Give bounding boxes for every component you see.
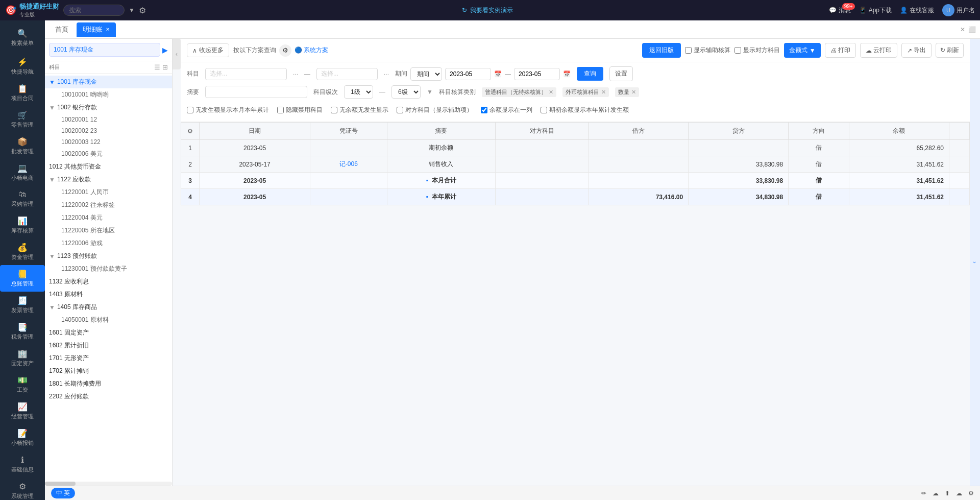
option-2-check[interactable]	[331, 107, 337, 113]
lang-switch-btn[interactable]: 中 英	[51, 488, 75, 498]
amount-format-btn[interactable]: 金额式 ▼	[784, 43, 821, 58]
tree-item-1122[interactable]: ▼ 1122 应收款	[45, 173, 172, 186]
app-download-btn[interactable]: 📱 App下载	[859, 6, 892, 15]
panel-collapse-btn[interactable]: ‹	[173, 39, 181, 69]
tree-item-11220001[interactable]: 11220001 人民币	[45, 186, 172, 199]
tree-item-1405[interactable]: ▼ 1405 库存商品	[45, 301, 172, 314]
settings-top-icon[interactable]: ⚙	[139, 6, 146, 15]
tree-item-10020002[interactable]: 10020002 23	[45, 125, 172, 136]
sidebar-item-report[interactable]: 📝 小畅报销	[0, 424, 45, 451]
tree-item-1702[interactable]: 1702 累计摊销	[45, 365, 172, 377]
demo-link[interactable]: 我要看实例演示	[470, 6, 513, 15]
tree-item-1801[interactable]: 1801 长期待摊费用	[45, 377, 172, 390]
tag-0-remove[interactable]: ✕	[549, 89, 553, 96]
user-btn[interactable]: U 用户名	[942, 4, 975, 16]
right-expand-panel[interactable]: ›	[970, 39, 980, 486]
level-from-select[interactable]: 1级	[344, 85, 373, 99]
calendar-start-icon[interactable]: 📅	[494, 70, 502, 78]
sidebar-item-ecommerce[interactable]: 💻 小畅电商	[0, 159, 45, 186]
option-3-check[interactable]	[397, 107, 403, 113]
tree-item-1132[interactable]: 1132 应收利息	[45, 275, 172, 288]
table-settings-icon[interactable]: ⚙	[187, 128, 193, 135]
query-btn[interactable]: 查询	[577, 67, 603, 81]
sidebar-item-project[interactable]: 📋 项目合同	[0, 80, 45, 106]
expand-more-btn[interactable]: ∧ 收起更多	[187, 43, 229, 57]
sync-bottom-icon[interactable]: ☁	[956, 490, 962, 497]
sidebar-item-purchase[interactable]: 🛍 采购管理	[0, 186, 45, 212]
sidebar-item-salary[interactable]: 💵 工资	[0, 371, 45, 398]
tree-item-10010001[interactable]: 10010001 哟哟哟	[45, 88, 172, 101]
notification-btn[interactable]: 💬 消息 99+	[829, 6, 851, 15]
sidebar-item-invoice[interactable]: 🧾 发票管理	[0, 292, 45, 318]
cloud-bottom-icon[interactable]: ☁	[933, 490, 939, 497]
tag-1-remove[interactable]: ✕	[601, 89, 606, 96]
start-period-input[interactable]	[445, 68, 491, 80]
filter-settings-btn[interactable]: 设置	[609, 66, 633, 81]
voucher-link[interactable]: 记-006	[339, 160, 358, 168]
tree-item-1123[interactable]: ▼ 1123 预付账款	[45, 250, 172, 263]
sidebar-item-wholesale[interactable]: 📦 批发管理	[0, 133, 45, 159]
list-icon[interactable]: ☰	[154, 63, 160, 71]
end-period-input[interactable]	[514, 68, 560, 80]
tree-item-1002[interactable]: ▼ 1002 银行存款	[45, 101, 172, 114]
tab-ledger-detail[interactable]: 明细账 ✕	[77, 22, 116, 37]
tree-item-10020006[interactable]: 10020006 美元	[45, 148, 172, 160]
sidebar-item-basic[interactable]: ℹ 基础信息	[0, 451, 45, 478]
tree-item-1601[interactable]: 1601 固定资产	[45, 326, 172, 339]
tree-item-2202[interactable]: 2202 应付账款	[45, 390, 172, 403]
summary-input[interactable]	[205, 86, 307, 98]
tree-item-11220004[interactable]: 11220004 美元	[45, 211, 172, 224]
tree-item-11220002[interactable]: 11220002 往来标签	[45, 199, 172, 211]
subject-end-input[interactable]	[316, 68, 378, 80]
sidebar-item-tax[interactable]: 📑 税务管理	[0, 318, 45, 345]
tree-item-1001[interactable]: ▼ 1001 库存现金	[45, 76, 172, 88]
sidebar-item-system[interactable]: ⚙ 系统管理	[0, 478, 45, 500]
refresh-btn[interactable]: ↻ 刷新	[936, 43, 964, 58]
sidebar-item-search[interactable]: 🔍 搜索菜单	[0, 25, 45, 51]
tree-item-11220006[interactable]: 11220006 游戏	[45, 237, 172, 250]
tree-item-11230001[interactable]: 11230001 预付款款黄子	[45, 263, 172, 275]
tree-item-1012[interactable]: 1012 其他货币资金	[45, 160, 172, 173]
expand-tree-icon[interactable]: ⊞	[162, 63, 168, 71]
sidebar-item-quick[interactable]: ⚡ 快捷导航	[0, 53, 45, 80]
upload-bottom-icon[interactable]: ⬆	[945, 490, 950, 497]
global-search-input[interactable]	[63, 5, 125, 16]
sidebar-item-assets[interactable]: 🏢 固定资产	[0, 345, 45, 371]
print-btn[interactable]: 🖨 打印	[825, 43, 856, 58]
sidebar-item-ledger[interactable]: 📒 总账管理	[0, 265, 45, 292]
online-service-btn[interactable]: 👤 在线客服	[900, 6, 934, 15]
sidebar-item-retail[interactable]: 🛒 零售管理	[0, 106, 45, 133]
helper-checkbox[interactable]	[685, 47, 692, 54]
tab-close-icon[interactable]: ✕	[106, 27, 110, 32]
edit-bottom-icon[interactable]: ✏	[921, 490, 926, 497]
maximize-btn[interactable]: ⬜	[968, 26, 976, 33]
tree-item-1602[interactable]: 1602 累计折旧	[45, 339, 172, 352]
option-1-check[interactable]	[277, 107, 284, 113]
opposite-checkbox[interactable]	[734, 47, 741, 54]
sidebar-item-finance[interactable]: 💰 资金管理	[0, 239, 45, 265]
tree-item-10020003[interactable]: 10020003 122	[45, 136, 172, 148]
sidebar-item-ops[interactable]: 📈 经营管理	[0, 398, 45, 424]
tree-item-14050001[interactable]: 14050001 原材料	[45, 314, 172, 326]
back-old-version-btn[interactable]: 退回旧版	[642, 43, 681, 58]
level-to-select[interactable]: 6级	[391, 85, 421, 99]
cloud-print-btn[interactable]: ☁ 云打印	[860, 43, 897, 58]
period-type-select[interactable]: 期间	[410, 67, 442, 81]
option-5-check[interactable]	[541, 107, 547, 113]
tree-scroll-track[interactable]	[45, 482, 172, 486]
plan-btn[interactable]: 🔵 系统方案	[295, 46, 328, 55]
tab-home[interactable]: 首页	[49, 22, 75, 37]
option-4-check[interactable]	[481, 107, 487, 113]
tree-item-1403[interactable]: 1403 原材料	[45, 288, 172, 301]
tree-item-10020001[interactable]: 10020001 12	[45, 114, 172, 125]
tag-2-remove[interactable]: ✕	[631, 89, 636, 96]
tree-item-1701[interactable]: 1701 无形资产	[45, 352, 172, 365]
current-account-display[interactable]: 1001 库存现金	[49, 43, 160, 57]
export-btn[interactable]: ↗ 导出	[901, 43, 932, 58]
close-window-btn[interactable]: ✕	[960, 26, 965, 33]
tree-scroll-thumb[interactable]	[45, 482, 76, 486]
sidebar-item-inventory[interactable]: 📊 库存核算	[0, 212, 45, 239]
option-0-check[interactable]	[187, 107, 193, 113]
calendar-end-icon[interactable]: 📅	[563, 70, 571, 78]
tree-item-11220005[interactable]: 11220005 所在地区	[45, 224, 172, 237]
